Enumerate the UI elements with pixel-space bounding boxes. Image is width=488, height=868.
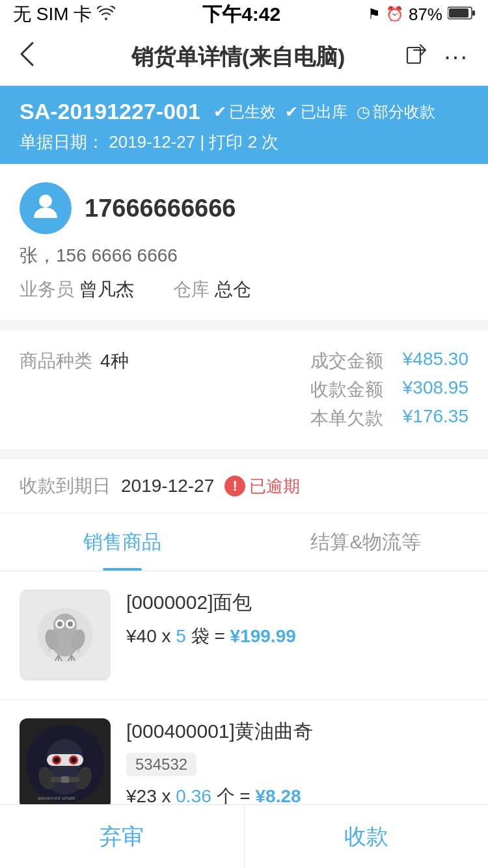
product-thumbnail-2: advanced whale [20, 718, 111, 809]
battery-text: 87% [409, 5, 442, 25]
product-thumbnail-1: ✦ ✦ [20, 590, 111, 681]
overdue-badge: ! 已逾期 [224, 475, 300, 498]
received-label: 收款金额 [310, 377, 383, 402]
status-time: 下午4:42 [202, 1, 280, 28]
check-icon-2: ✔ [285, 103, 298, 121]
status-badge-partial: ◷ 部分收款 [357, 102, 435, 122]
tab-products-label: 销售商品 [83, 529, 161, 556]
date-label: 单据日期： [20, 132, 104, 152]
nav-bar: 销货单详情(来自电脑) ··· [0, 29, 488, 86]
overdue-label: 已逾期 [249, 475, 300, 498]
amount-value: ¥485.30 [403, 349, 468, 373]
warehouse-value: 总仓 [215, 277, 251, 302]
battery-icon [448, 5, 475, 25]
more-button[interactable]: ··· [444, 43, 468, 71]
header-row1: SA-20191227-001 ✔ 已生效 ✔ 已出库 ◷ 部分收款 [20, 99, 468, 124]
customer-meta: 业务员 曾凡杰 仓库 总仓 [20, 277, 468, 302]
summary-row: 商品种类 4种 成交金额 ¥485.30 收款金额 ¥308.95 本单欠款 ¥… [20, 349, 468, 431]
received-value: ¥308.95 [403, 377, 468, 402]
svg-text:advanced whale: advanced whale [38, 795, 75, 801]
svg-point-10 [57, 621, 62, 627]
status-left: 无 SIM 卡 [13, 2, 115, 27]
status-badge-shipped: ✔ 已出库 [285, 102, 347, 122]
customer-id: 17666666666 [85, 195, 236, 223]
tab-products[interactable]: 销售商品 [0, 513, 244, 571]
types-label: 商品种类 [20, 349, 92, 373]
sales-label: 业务员 [20, 277, 74, 302]
due-date-value: 2019-12-27 [121, 476, 214, 496]
warehouse-meta: 仓库 总仓 [173, 277, 251, 302]
tab-settlement[interactable]: 结算&物流等 [244, 513, 488, 571]
status-bar: 无 SIM 卡 下午4:42 ⚑ ⏰ 87% [0, 0, 488, 29]
status-right: ⚑ ⏰ 87% [368, 5, 475, 25]
due-date-section: 收款到期日 2019-12-27 ! 已逾期 [0, 459, 488, 513]
status-effective-label: 已生效 [229, 102, 276, 122]
page-title: 销货单详情(来自电脑) [47, 42, 429, 72]
cancel-label: 弃审 [100, 822, 144, 852]
share-button[interactable] [405, 42, 428, 72]
svg-point-22 [54, 757, 59, 763]
avatar [20, 182, 72, 234]
status-badge-effective: ✔ 已生效 [213, 102, 276, 122]
status-partial-label: 部分收款 [373, 102, 435, 122]
location-icon: ⚑ [368, 6, 381, 23]
wifi-icon [97, 4, 115, 25]
customer-section: 17666666666 张，156 6666 6666 业务员 曾凡杰 仓库 总… [0, 164, 488, 320]
svg-point-23 [71, 757, 76, 763]
received-row: 收款金额 ¥308.95 [310, 377, 468, 402]
product-list: ✦ ✦ [0000002]面包 ¥40 x 5 袋 = ¥199.99 [0, 571, 488, 828]
svg-text:✦: ✦ [46, 647, 51, 654]
product-info-2: [000400001]黄油曲奇 534532 ¥23 x 0.36 个 = ¥8… [126, 718, 468, 809]
back-button[interactable] [20, 42, 34, 72]
tab-settlement-label: 结算&物流等 [310, 529, 421, 556]
product-sku-2: 534532 [126, 753, 197, 776]
status-shipped-label: 已出库 [301, 102, 347, 122]
customer-row1: 17666666666 [20, 182, 468, 234]
tab-active-indicator [103, 568, 142, 571]
bottom-bar: 弃审 收款 [0, 804, 488, 868]
cancel-button[interactable]: 弃审 [0, 805, 245, 868]
clock-icon: ◷ [357, 103, 370, 121]
confirm-label: 收款 [344, 822, 388, 852]
summary-left: 商品种类 4种 [20, 349, 129, 373]
due-value: ¥176.35 [403, 406, 468, 431]
sales-value: 曾凡杰 [79, 277, 134, 302]
header-row2: 单据日期： 2019-12-27 | 打印 2 次 [20, 131, 468, 154]
svg-rect-1 [472, 10, 475, 16]
summary-section: 商品种类 4种 成交金额 ¥485.30 收款金额 ¥308.95 本单欠款 ¥… [0, 331, 488, 449]
separator: | [200, 132, 209, 152]
product-name-1: [0000002]面包 [126, 590, 468, 616]
table-row: ✦ ✦ [0000002]面包 ¥40 x 5 袋 = ¥199.99 [0, 571, 488, 699]
svg-point-11 [68, 621, 73, 627]
status-badges: ✔ 已生效 ✔ 已出库 ◷ 部分收款 [213, 102, 435, 122]
alarm-icon: ⏰ [386, 6, 403, 23]
due-row: 本单欠款 ¥176.35 [310, 406, 468, 431]
user-icon [30, 189, 61, 228]
svg-rect-28 [61, 776, 69, 783]
no-sim-text: 无 SIM 卡 [13, 2, 92, 27]
order-header-band: SA-20191227-001 ✔ 已生效 ✔ 已出库 ◷ 部分收款 单据日期：… [0, 86, 488, 164]
summary-right: 成交金额 ¥485.30 收款金额 ¥308.95 本单欠款 ¥176.35 [310, 349, 468, 431]
types-value: 4种 [100, 349, 129, 373]
confirm-button[interactable]: 收款 [245, 805, 489, 868]
overdue-icon: ! [224, 476, 245, 496]
amount-label: 成交金额 [310, 349, 383, 373]
svg-text:✦: ✦ [75, 646, 83, 657]
order-id: SA-20191227-001 [20, 99, 200, 124]
amount-row: 成交金额 ¥485.30 [310, 349, 468, 373]
check-icon-1: ✔ [213, 103, 226, 121]
due-label: 本单欠款 [310, 406, 383, 431]
product-info-1: [0000002]面包 ¥40 x 5 袋 = ¥199.99 [126, 590, 468, 681]
tabs-bar: 销售商品 结算&物流等 [0, 513, 488, 571]
print-info: 打印 2 次 [209, 132, 278, 152]
customer-name-contact: 张，156 6666 6666 [20, 243, 468, 268]
nav-actions: ··· [405, 42, 468, 72]
due-date-label: 收款到期日 [20, 474, 111, 498]
product-name-2: [000400001]黄油曲奇 [126, 718, 468, 745]
warehouse-label: 仓库 [173, 277, 210, 302]
product-price-1: ¥40 x 5 袋 = ¥199.99 [126, 624, 468, 649]
sales-meta: 业务员 曾凡杰 [20, 277, 134, 302]
date-value: 2019-12-27 [109, 132, 195, 152]
svg-point-4 [39, 195, 52, 208]
svg-rect-2 [449, 8, 468, 18]
